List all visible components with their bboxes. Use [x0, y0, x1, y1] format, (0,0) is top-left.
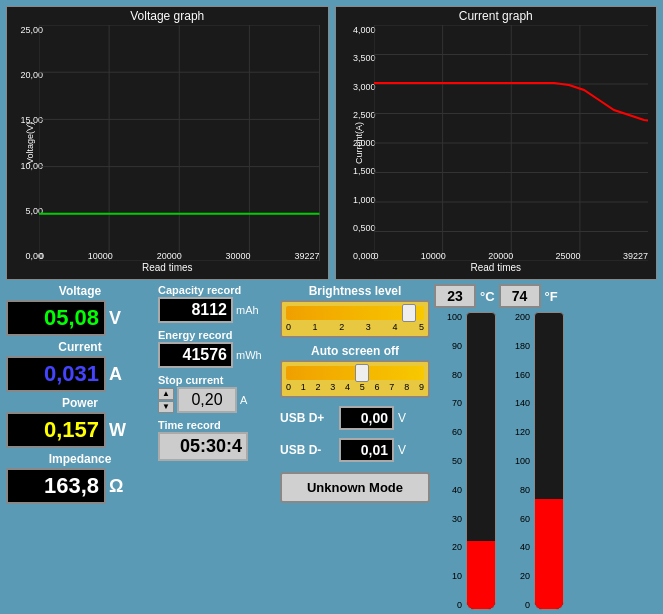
stop-current-spinner: ▲ ▼ — [158, 388, 174, 413]
impedance-unit: Ω — [109, 476, 123, 497]
thermometers-pair: 100 90 80 70 60 50 40 30 20 10 0 — [434, 312, 564, 610]
energy-unit: mWh — [236, 349, 262, 361]
stop-current-block: Stop current ▲ ▼ A — [158, 374, 276, 413]
fahrenheit-scale-labels: 200 180 160 140 120 100 80 60 40 20 0 — [502, 312, 530, 610]
thermometers-column: 23 °C 74 °F 100 90 80 70 60 50 40 30 — [434, 284, 564, 610]
stop-current-input[interactable] — [177, 387, 237, 413]
time-label: Time record — [158, 419, 276, 431]
thermo-header: 23 °C 74 °F — [434, 284, 564, 308]
stop-current-label: Stop current — [158, 374, 276, 386]
power-value: 0,157 — [44, 417, 99, 442]
usb-dp-unit: V — [398, 411, 406, 425]
auto-screen-section: Auto screen off 0 1 2 3 4 5 6 7 8 9 — [280, 344, 430, 398]
usb-dm-row: USB D- 0,01 V — [280, 438, 430, 462]
auto-screen-slider-track[interactable] — [286, 366, 424, 380]
power-meter: Power 0,157 W — [6, 396, 154, 448]
celsius-scale-labels: 100 90 80 70 60 50 40 30 20 10 0 — [434, 312, 462, 610]
usb-dp-value: 0,00 — [339, 406, 394, 430]
fahrenheit-scale: 200 180 160 140 120 100 80 60 40 20 0 — [502, 312, 564, 610]
power-label: Power — [6, 396, 154, 410]
brightness-slider-labels: 0 1 2 3 4 5 — [286, 322, 424, 332]
fahrenheit-tube — [534, 312, 564, 610]
celsius-thermometer: 100 90 80 70 60 50 40 30 20 10 0 — [434, 312, 496, 610]
voltage-x-labels: 0 10000 20000 30000 39227 — [39, 251, 320, 261]
fahrenheit-thermometer: 200 180 160 140 120 100 80 60 40 20 0 — [502, 312, 564, 610]
voltage-meter: Voltage 05,08 V — [6, 284, 154, 336]
energy-record: Energy record mWh — [158, 329, 276, 368]
celsius-scale: 100 90 80 70 60 50 40 30 20 10 0 — [434, 312, 496, 610]
fahrenheit-fill — [535, 499, 563, 609]
meters-column: Voltage 05,08 V Current 0,031 A Power — [6, 284, 154, 610]
fahrenheit-value: 74 — [499, 284, 541, 308]
impedance-value: 163,8 — [44, 473, 99, 498]
impedance-meter: Impedance 163,8 Ω — [6, 452, 154, 504]
impedance-label: Impedance — [6, 452, 154, 466]
usb-dm-unit: V — [398, 443, 406, 457]
spin-up-button[interactable]: ▲ — [158, 388, 174, 400]
voltage-x-label: Read times — [7, 262, 328, 273]
stop-current-unit: A — [240, 394, 247, 406]
capacity-input[interactable] — [158, 297, 233, 323]
celsius-value: 23 — [434, 284, 476, 308]
current-unit: A — [109, 364, 122, 385]
capacity-label: Capacity record — [158, 284, 276, 296]
current-chart: Current graph 4,000 3,500 3,000 2,500 2,… — [335, 6, 658, 280]
records-column: Capacity record mAh Energy record mWh St… — [158, 284, 276, 610]
usb-dp-label: USB D+ — [280, 411, 335, 425]
time-record: Time record — [158, 419, 276, 461]
impedance-display: 163,8 — [6, 468, 106, 504]
current-display: 0,031 — [6, 356, 106, 392]
controls-area: Voltage 05,08 V Current 0,031 A Power — [0, 280, 663, 614]
current-x-labels: 0 10000 20000 25000 39227 — [374, 251, 649, 261]
current-chart-title: Current graph — [336, 9, 657, 23]
current-y-label: Current(A) — [354, 122, 364, 164]
brightness-label: Brightness level — [280, 284, 430, 298]
brightness-slider-container: 0 1 2 3 4 5 — [280, 300, 430, 338]
voltage-value: 05,08 — [44, 305, 99, 330]
brightness-slider-track[interactable] — [286, 306, 424, 320]
celsius-tube — [466, 312, 496, 610]
power-unit: W — [109, 420, 126, 441]
voltage-chart-area — [39, 25, 320, 261]
auto-screen-slider-container: 0 1 2 3 4 5 6 7 8 9 — [280, 360, 430, 398]
unknown-mode-button[interactable]: Unknown Mode — [280, 472, 430, 503]
celsius-unit: °C — [480, 289, 495, 304]
auto-screen-label: Auto screen off — [280, 344, 430, 358]
fahrenheit-unit: °F — [545, 289, 558, 304]
charts-row: Voltage graph 25,00 20,00 15,00 10,00 5,… — [0, 0, 663, 280]
usb-dp-row: USB D+ 0,00 V — [280, 406, 430, 430]
current-x-label: Read times — [336, 262, 657, 273]
brightness-section: Brightness level 0 1 2 3 4 5 — [280, 284, 430, 338]
center-column: Brightness level 0 1 2 3 4 5 Auto screen… — [280, 284, 430, 610]
voltage-unit: V — [109, 308, 121, 329]
brightness-slider-thumb[interactable] — [402, 304, 416, 322]
voltage-display: 05,08 — [6, 300, 106, 336]
capacity-unit: mAh — [236, 304, 259, 316]
usb-dm-label: USB D- — [280, 443, 335, 457]
auto-screen-slider-labels: 0 1 2 3 4 5 6 7 8 9 — [286, 382, 424, 392]
usb-dm-value: 0,01 — [339, 438, 394, 462]
voltage-chart-title: Voltage graph — [7, 9, 328, 23]
current-label: Current — [6, 340, 154, 354]
current-chart-area — [374, 25, 649, 261]
current-meter: Current 0,031 A — [6, 340, 154, 392]
celsius-fill — [467, 541, 495, 609]
current-value: 0,031 — [44, 361, 99, 386]
voltage-y-label: Voltage(V) — [25, 122, 35, 164]
energy-label: Energy record — [158, 329, 276, 341]
auto-screen-slider-thumb[interactable] — [355, 364, 369, 382]
voltage-chart: Voltage graph 25,00 20,00 15,00 10,00 5,… — [6, 6, 329, 280]
power-display: 0,157 — [6, 412, 106, 448]
energy-input[interactable] — [158, 342, 233, 368]
spin-down-button[interactable]: ▼ — [158, 401, 174, 413]
capacity-record: Capacity record mAh — [158, 284, 276, 323]
time-input[interactable] — [158, 432, 248, 461]
voltage-label: Voltage — [6, 284, 154, 298]
